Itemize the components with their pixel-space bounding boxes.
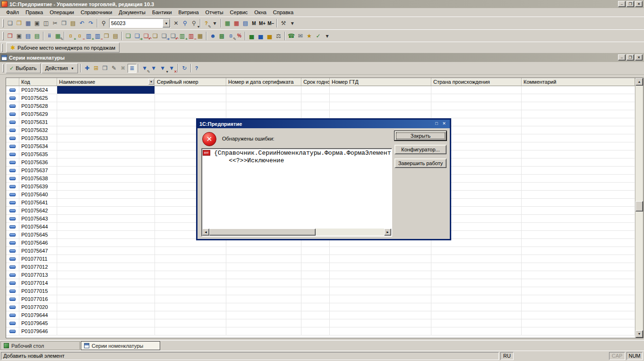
code-cell[interactable]: P01079646 xyxy=(19,327,57,335)
grid-cell[interactable] xyxy=(301,263,330,271)
configurator-button[interactable]: Конфигуратор... xyxy=(395,145,447,154)
more-commands-icon[interactable]: ▾ xyxy=(323,31,332,40)
syntax-help-icon[interactable]: ?✎ xyxy=(202,19,210,28)
menu-item[interactable]: Окна xyxy=(251,9,270,16)
grid-cell[interactable] xyxy=(330,86,431,94)
payment-out-icon[interactable]: ▥− xyxy=(93,31,102,40)
cash-receipt-icon[interactable]: ¤+ xyxy=(66,31,75,40)
scroll-right-icon[interactable]: ► xyxy=(384,229,391,236)
grid-cell[interactable] xyxy=(155,263,226,271)
row-marker-cell[interactable] xyxy=(6,126,19,134)
help-icon[interactable]: ? xyxy=(193,64,201,73)
toolbar-grip[interactable] xyxy=(1,44,3,52)
discounts-icon[interactable]: % xyxy=(235,31,243,40)
grid-cell[interactable] xyxy=(226,102,301,110)
grid-cell[interactable] xyxy=(155,327,226,335)
grid-cell[interactable] xyxy=(522,303,635,311)
grid-cell[interactable] xyxy=(431,94,522,102)
settlements-report-icon[interactable]: ⚖ xyxy=(274,31,283,40)
print-form-icon[interactable]: ▣ xyxy=(15,31,24,40)
grid-cell[interactable] xyxy=(226,311,301,319)
copy-item-icon[interactable]: ❒ xyxy=(101,64,110,73)
grid-cell[interactable] xyxy=(226,255,301,263)
grid-cell[interactable] xyxy=(330,271,431,279)
print-icon[interactable]: ▣ xyxy=(33,19,42,28)
print-preview-icon[interactable]: ◫ xyxy=(42,19,51,28)
grid-cell[interactable] xyxy=(330,311,431,319)
grid-cell[interactable] xyxy=(330,263,431,271)
code-cell[interactable]: P01075632 xyxy=(19,126,57,134)
grid-cell[interactable] xyxy=(301,311,330,319)
grid-cell[interactable] xyxy=(301,287,330,295)
menu-item[interactable]: Справка xyxy=(270,9,297,16)
grid-cell[interactable] xyxy=(57,271,155,279)
grid-cell[interactable] xyxy=(57,303,155,311)
grid-cell[interactable] xyxy=(522,223,635,231)
grid-cell[interactable] xyxy=(522,102,635,110)
search-combobox[interactable]: ▼ xyxy=(109,18,171,28)
grid-cell[interactable] xyxy=(522,134,635,142)
row-marker-cell[interactable] xyxy=(6,223,19,231)
child-minimize-icon[interactable]: – xyxy=(618,54,626,61)
toolbar-grip[interactable] xyxy=(2,64,4,72)
horizontal-scrollbar[interactable]: ◄ ► xyxy=(202,229,391,236)
sales-report-icon[interactable]: ▅ xyxy=(247,31,256,40)
find-next-icon[interactable]: ⚲ xyxy=(180,19,189,28)
row-marker-cell[interactable] xyxy=(6,142,19,150)
terminate-button[interactable]: Завершить работу xyxy=(395,158,447,168)
row-marker-cell[interactable] xyxy=(6,183,19,191)
grid-cell[interactable] xyxy=(57,199,155,207)
sort-dropdown-icon[interactable]: ▼ xyxy=(148,79,154,85)
row-marker-cell[interactable] xyxy=(6,118,19,126)
edit-item-icon[interactable]: ✎ xyxy=(110,64,119,73)
code-cell[interactable]: P01077012 xyxy=(19,263,57,271)
calculator-icon[interactable]: ▤ xyxy=(241,19,250,28)
workspace-button[interactable]: ✱ Рабочее место менеджера по продажам xyxy=(6,43,120,53)
grid-cell[interactable] xyxy=(226,279,301,287)
grid-cell[interactable] xyxy=(431,279,522,287)
grid-cell[interactable] xyxy=(522,247,635,255)
scroll-track[interactable] xyxy=(209,229,384,236)
grid-cell[interactable] xyxy=(431,102,522,110)
grid-cell[interactable] xyxy=(431,263,522,271)
grid-cell[interactable] xyxy=(226,271,301,279)
document-journal-icon[interactable]: ▤ xyxy=(33,31,42,40)
grid-cell[interactable] xyxy=(226,110,301,118)
grid-cell[interactable] xyxy=(522,311,635,319)
sales-return-icon[interactable]: ❏↶ xyxy=(142,31,151,40)
mail-icon[interactable]: ✉ xyxy=(296,31,305,40)
settings-icon[interactable]: ⚒ xyxy=(279,19,288,28)
code-cell[interactable]: P01075631 xyxy=(19,118,57,126)
grid-cell[interactable] xyxy=(522,319,635,327)
code-cell[interactable]: P01075637 xyxy=(19,167,57,175)
row-marker-cell[interactable] xyxy=(6,86,19,94)
find-all-icon[interactable]: ⚲▾ xyxy=(189,19,198,28)
code-cell[interactable]: P01079645 xyxy=(19,319,57,327)
grid-cell[interactable] xyxy=(57,279,155,287)
code-cell[interactable]: P01075628 xyxy=(19,102,57,110)
grid-cell[interactable] xyxy=(57,311,155,319)
grid-cell[interactable] xyxy=(431,319,522,327)
table-edit-icon[interactable]: ▦✎ xyxy=(53,31,62,40)
grid-cell[interactable] xyxy=(57,183,155,191)
supplier-order-icon[interactable]: ❏ xyxy=(151,31,160,40)
sales-invoice-icon[interactable]: ❏➔ xyxy=(133,31,142,40)
toolbar-grip[interactable] xyxy=(2,32,4,40)
goods-receipt-icon[interactable]: ▥+ xyxy=(178,31,187,40)
info-icon[interactable]: ii xyxy=(45,31,53,40)
code-cell[interactable]: P01077011 xyxy=(19,255,57,263)
cut-icon[interactable]: ✂ xyxy=(51,19,60,28)
grid-cell[interactable] xyxy=(522,150,635,158)
grid-cell[interactable] xyxy=(155,102,226,110)
grid-cell[interactable] xyxy=(226,319,301,327)
grid-cell[interactable] xyxy=(431,247,522,255)
grid-cell[interactable] xyxy=(57,167,155,175)
row-marker-cell[interactable] xyxy=(6,94,19,102)
column-header[interactable]: Комментарий xyxy=(522,78,635,86)
combo-dropdown-icon[interactable]: ▼ xyxy=(163,19,170,27)
scrollbar-thumb[interactable] xyxy=(635,201,643,211)
add-item-icon[interactable]: ✚ xyxy=(83,64,92,73)
grid-cell[interactable] xyxy=(301,295,330,303)
menu-item[interactable]: Документы xyxy=(115,9,149,16)
grid-cell[interactable] xyxy=(522,207,635,215)
